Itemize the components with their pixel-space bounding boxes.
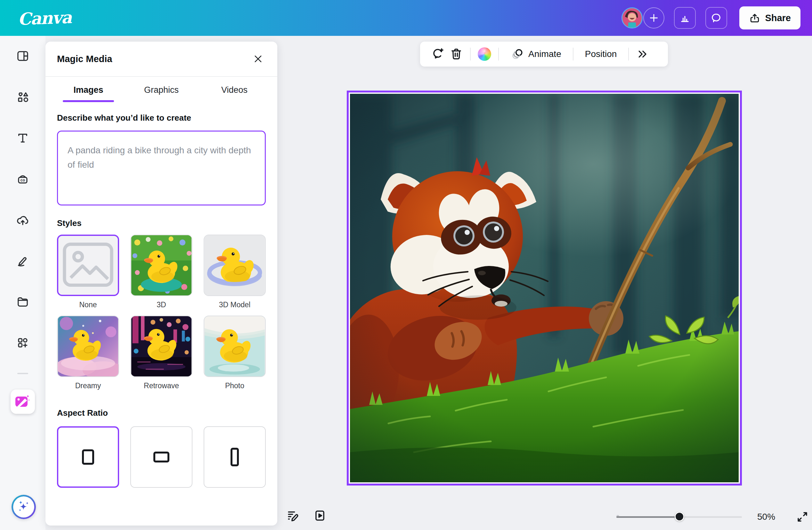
more-tools-button[interactable] [633,45,652,63]
plus-icon [648,13,659,24]
aspect-portrait-option[interactable] [204,426,266,488]
style-thumb-dreamy [57,315,119,377]
sidebar-item-brand[interactable]: co [11,167,35,191]
panel-title: Magic Media [57,54,112,64]
share-button[interactable]: Share [739,6,800,29]
image-placeholder-icon [58,236,118,295]
statusbar-left [285,507,328,524]
color-wheel-icon [478,47,491,61]
panel-header: Magic Media [45,42,277,77]
toolbar-divider [628,48,629,60]
canva-logo[interactable]: Canva [18,8,72,29]
sidebar-item-projects[interactable] [11,290,35,314]
styles-heading: Styles [57,218,266,228]
toolbar-divider [573,48,574,60]
close-panel-button[interactable] [250,51,266,67]
sidebar-item-apps[interactable] [11,330,35,355]
style-dreamy-thumbnail [58,316,118,377]
avatar[interactable] [622,8,643,29]
apps-icon [16,336,29,350]
sidebar-divider [17,373,28,374]
brand-icon: co [16,172,29,186]
color-picker-button[interactable] [475,45,494,63]
tab-videos[interactable]: Videos [198,77,271,102]
context-toolbar: Animate Position [420,42,668,67]
style-option-3d[interactable]: 3D [130,235,192,315]
magic-media-panel: Magic Media Images Graphics Videos Descr… [45,42,277,526]
animate-button[interactable]: Animate [503,45,568,63]
present-button[interactable] [312,507,328,524]
landscape-ratio-icon [154,452,169,462]
panel-body: Describe what you’d like to create Style… [45,102,277,488]
selected-canvas-image[interactable] [347,91,742,486]
style-option-retrowave[interactable]: Retrowave [130,315,192,397]
prompt-input[interactable] [57,131,266,205]
style-option-dreamy[interactable]: Dreamy [57,315,119,397]
folder-icon [16,295,29,309]
add-member-button[interactable] [643,8,664,29]
trash-icon [449,47,463,61]
aspect-ratio-heading: Aspect Ratio [57,408,266,418]
panel-tabs: Images Graphics Videos [45,77,277,102]
styles-grid: None [57,235,266,397]
style-photo-thumbnail [204,316,265,377]
style-3d-thumbnail [131,235,192,295]
presentation-icon [313,509,327,522]
canva-assistant-button[interactable] [12,495,36,519]
style-3d-model-thumbnail [204,235,265,295]
style-thumb-3d [130,235,192,296]
comment-add-icon [430,47,445,61]
fullscreen-button[interactable] [794,509,810,525]
sidebar-item-draw[interactable] [11,249,35,273]
aspect-square-option[interactable] [57,426,119,488]
zoom-slider-fill [617,516,679,518]
zoom-slider[interactable] [617,511,742,523]
portrait-ratio-icon [231,448,239,466]
sidebar-item-design[interactable] [11,44,35,68]
comment-add-button[interactable] [429,45,447,63]
notes-icon [286,509,300,522]
bar-chart-icon [679,12,691,24]
share-icon [749,12,760,24]
toolbar-divider [498,48,499,60]
chevrons-right-icon [636,48,649,60]
insights-button[interactable] [674,7,696,29]
sparkle-icon [13,496,34,517]
style-thumb-3d-model [204,235,266,296]
sidebar-item-elements[interactable] [11,85,35,109]
close-icon [252,54,263,64]
animate-label: Animate [528,49,561,59]
aspect-landscape-option[interactable] [130,426,192,488]
style-thumb-retrowave [130,315,192,377]
comments-button[interactable] [705,7,727,29]
delete-button[interactable] [447,45,466,63]
zoom-slider-knob[interactable] [675,512,684,521]
draw-icon [16,254,29,268]
sidebar-item-uploads[interactable] [11,208,35,232]
animate-icon [510,47,524,61]
style-option-photo[interactable]: Photo [204,315,266,397]
text-icon [16,131,29,145]
style-option-3d-model[interactable]: 3D Model [204,235,266,315]
style-retrowave-thumbnail [131,316,192,377]
red-panda-artwork [350,94,739,482]
cloud-upload-icon [16,213,29,226]
square-ratio-icon [82,450,94,465]
design-icon [16,49,29,63]
aspect-ratio-options [57,426,266,488]
position-button[interactable]: Position [578,45,624,63]
canva-app: Canva [0,0,812,530]
topbar: Canva [0,0,812,36]
style-thumb-photo [204,315,266,377]
style-option-none[interactable]: None [57,235,119,315]
sidebar-item-magic-media[interactable] [11,389,35,414]
sidebar: co [0,36,45,530]
tab-graphics[interactable]: Graphics [125,77,198,102]
tab-images[interactable]: Images [52,77,125,102]
zoom-level: 50% [757,512,786,522]
describe-label: Describe what you’d like to create [57,113,266,123]
svg-text:co: co [20,178,25,182]
toolbar-divider [470,48,471,60]
sidebar-item-text[interactable] [11,126,35,150]
notes-button[interactable] [285,507,301,524]
